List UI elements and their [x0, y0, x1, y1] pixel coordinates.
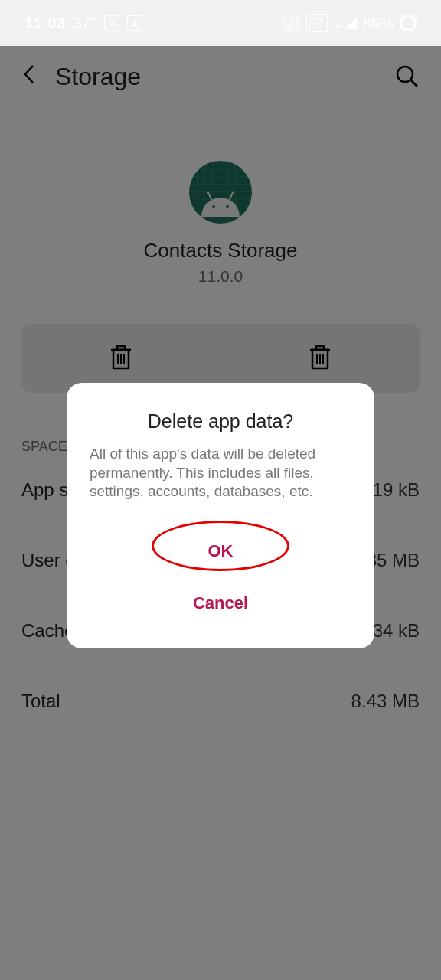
network-speed-indicator: 0.12 KB/S [281, 15, 300, 32]
ok-button[interactable]: OK [90, 529, 351, 573]
status-temperature: 37° [74, 15, 96, 32]
delete-data-dialog: Delete app data? All of this app's data … [67, 383, 374, 648]
dialog-title: Delete app data? [90, 410, 351, 433]
cancel-button[interactable]: Cancel [90, 581, 351, 626]
dialog-body: All of this app's data will be deleted p… [90, 445, 351, 501]
signal-4g-icon: 4G [334, 17, 357, 29]
status-time: 11:03 [24, 15, 66, 32]
battery-level: 86% [363, 15, 394, 32]
battery-ring-icon [400, 15, 416, 31]
app-notification-icon: m [104, 15, 119, 31]
gallery-notification-icon: ▲ [127, 15, 142, 31]
status-bar: 11:03 37° m ▲ 0.12 KB/S Vo▲LTE 4G 86% [0, 0, 441, 46]
volte-indicator: Vo▲LTE [306, 14, 328, 32]
